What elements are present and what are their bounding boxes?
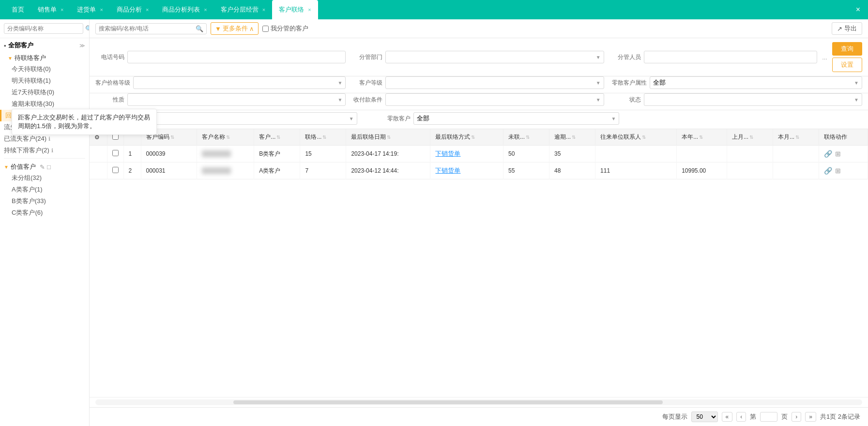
filter-gender: 性质 ▼ bbox=[95, 93, 346, 106]
nav-label-customer-tier: 客户分层经营 bbox=[221, 5, 259, 14]
query-button[interactable]: 查询 bbox=[832, 42, 862, 56]
action-link-icon-1[interactable]: 🔗 bbox=[824, 150, 832, 158]
status-select[interactable]: ▼ bbox=[644, 93, 862, 106]
dept-select[interactable]: ▼ bbox=[385, 51, 604, 63]
filter-search-icon[interactable]: 🔍 bbox=[196, 25, 203, 32]
settings-button[interactable]: 设置 bbox=[832, 58, 862, 72]
filter-more-conditions[interactable]: ▼ 更多条件 ∧ bbox=[211, 22, 259, 35]
nav-close-customer-contact[interactable]: × bbox=[308, 7, 311, 13]
cell-category-2: A类客户 bbox=[254, 162, 300, 179]
nav-item-analysis[interactable]: 商品分析 × bbox=[110, 0, 155, 19]
nav-item-analysis-list[interactable]: 商品分析列表 × bbox=[155, 0, 213, 19]
first-page-button[interactable]: « bbox=[722, 412, 733, 422]
staff-ellipsis[interactable]: ... bbox=[820, 54, 829, 61]
customer-grade-chevron-icon: ▼ bbox=[596, 80, 601, 86]
payment-select[interactable]: ▼ bbox=[385, 93, 604, 106]
retail-customer-select[interactable]: 全部 ▼ bbox=[413, 112, 620, 125]
sidebar-search-icon[interactable]: 🔍 bbox=[85, 25, 90, 32]
sidebar-item-class-b[interactable]: B类客户(33) bbox=[0, 195, 89, 207]
sidebar-item-declining[interactable]: 持续下滑客户(2) ℹ bbox=[0, 145, 89, 156]
my-customers-checkbox[interactable] bbox=[262, 26, 269, 32]
action-link-icon-2[interactable]: 🔗 bbox=[824, 167, 832, 175]
price-grade-select[interactable]: ▼ bbox=[133, 76, 346, 89]
col-customer-name: 客户名称⇅ bbox=[197, 129, 254, 146]
nav-close-customer-tier[interactable]: × bbox=[262, 7, 265, 13]
sidebar-item-class-a[interactable]: A类客户(1) bbox=[0, 184, 89, 195]
nav-close-sales[interactable]: × bbox=[61, 7, 63, 13]
filter-more-label: 更多条件 bbox=[223, 24, 248, 33]
sidebar-search-area: 🔍 bbox=[0, 19, 89, 38]
col-overdue: 逾期...⇅ bbox=[549, 129, 595, 146]
cell-last-type-1[interactable]: 下销货单 bbox=[430, 146, 503, 162]
customer-type-select[interactable]: ▼ bbox=[151, 112, 357, 125]
page-number-input[interactable]: 1 bbox=[760, 412, 777, 422]
row1-checkbox[interactable] bbox=[112, 150, 119, 156]
filter-payment: 收付款条件 ▼ bbox=[353, 93, 604, 106]
cell-this-year-2: 10995.00 bbox=[677, 162, 727, 179]
dept-chevron-icon: ▼ bbox=[596, 55, 601, 60]
col-this-month: 本月...⇅ bbox=[773, 129, 819, 146]
retail-attr-select[interactable]: 全部 ▼ bbox=[650, 76, 862, 89]
sidebar-item-7days[interactable]: 近7天待联络(0) bbox=[0, 87, 89, 98]
nav-close-analysis-list[interactable]: × bbox=[204, 7, 207, 13]
staff-label: 分管人员 bbox=[612, 53, 641, 61]
row-actions-1: 🔗 ⊞ bbox=[824, 150, 863, 158]
cell-contact-1: 15 bbox=[300, 146, 346, 162]
horizontal-scrollbar[interactable] bbox=[95, 399, 862, 405]
cell-settings-2 bbox=[90, 162, 107, 179]
my-customers-filter[interactable]: 我分管的客户 bbox=[262, 24, 308, 33]
gender-label: 性质 bbox=[95, 96, 124, 104]
scrollbar-thumb[interactable] bbox=[233, 400, 663, 404]
col-last-contact-type: 最后联络方式⇅ bbox=[430, 129, 503, 146]
sidebar-item-ungroup[interactable]: 未分组(32) bbox=[0, 172, 89, 184]
action-grid-icon-1[interactable]: ⊞ bbox=[835, 150, 841, 158]
close-all-button[interactable]: × bbox=[856, 5, 860, 14]
nav-close-analysis[interactable]: × bbox=[146, 7, 149, 13]
cell-contact-2: 7 bbox=[300, 162, 346, 179]
cell-code-2: 000031 bbox=[141, 162, 197, 179]
staff-input-wrap[interactable] bbox=[644, 51, 817, 63]
table-header-row: ⚙ 客户编码⇅ 客户名称⇅ 客户...⇅ 联络...⇅ 最后联络日期⇅ 最后联络… bbox=[90, 129, 868, 146]
row2-checkbox[interactable] bbox=[112, 167, 119, 173]
edit-icon[interactable]: ✎ bbox=[40, 163, 45, 171]
sidebar-search-input[interactable] bbox=[4, 23, 83, 34]
col-customer-category: 客户...⇅ bbox=[254, 129, 300, 146]
last-type-link-2[interactable]: 下销货单 bbox=[435, 167, 460, 174]
cell-checkbox-2[interactable] bbox=[107, 162, 123, 179]
export-button[interactable]: ↗ 导出 bbox=[832, 22, 862, 35]
col-action: 联络动作 bbox=[819, 129, 868, 146]
gender-select[interactable]: ▼ bbox=[127, 93, 346, 106]
customer-grade-select[interactable]: ▼ bbox=[385, 76, 604, 89]
status-label: 状态 bbox=[612, 96, 641, 104]
prev-page-button[interactable]: ‹ bbox=[736, 412, 746, 422]
per-page-select[interactable]: 50 20 100 bbox=[691, 411, 718, 422]
horizontal-scroll-area[interactable] bbox=[90, 397, 868, 407]
nav-item-sales[interactable]: 销售单 × bbox=[31, 0, 70, 19]
action-grid-icon-2[interactable]: ⊞ bbox=[835, 167, 841, 175]
cell-checkbox-1[interactable] bbox=[107, 146, 123, 162]
nav-item-customer-contact[interactable]: 客户联络 × bbox=[272, 0, 318, 19]
cell-num-2: 2 bbox=[123, 162, 141, 179]
cell-last-type-2[interactable]: 下销货单 bbox=[430, 162, 503, 179]
phone-input-wrap[interactable] bbox=[127, 51, 346, 63]
sidebar-item-today[interactable]: 今天待联络(0) bbox=[0, 63, 89, 75]
advanced-filter-row1: 电话号码 分管部门 ▼ 分管人员 ... 查询 设置 bbox=[90, 38, 868, 76]
nav-item-home[interactable]: 首页 bbox=[5, 0, 31, 19]
last-page-button[interactable]: » bbox=[805, 412, 816, 422]
sidebar-item-tomorrow[interactable]: 明天待联络(1) bbox=[0, 75, 89, 87]
filter-search-input[interactable] bbox=[99, 25, 196, 32]
edit2-icon[interactable]: □ bbox=[47, 163, 51, 171]
sidebar-group-pending[interactable]: ▼ 待联络客户 bbox=[0, 52, 89, 63]
cell-name-1: Ea bbox=[197, 146, 254, 162]
sidebar-item-overdue[interactable]: 逾期未联络(30) bbox=[0, 98, 89, 110]
last-type-link-1[interactable]: 下销货单 bbox=[435, 150, 460, 157]
next-page-button[interactable]: › bbox=[792, 412, 801, 422]
sidebar-value-group[interactable]: ▼ 价值客户 ✎ □ bbox=[0, 161, 89, 172]
sidebar-item-tomorrow-label: 明天待联络(1) bbox=[12, 76, 51, 85]
nav-item-purchase[interactable]: 进货单 × bbox=[70, 0, 109, 19]
sidebar-collapse-icon[interactable]: ≫ bbox=[79, 43, 85, 49]
nav-item-customer-tier[interactable]: 客户分层经营 × bbox=[214, 0, 272, 19]
nav-close-purchase[interactable]: × bbox=[100, 7, 103, 13]
sidebar-item-class-c[interactable]: C类客户(6) bbox=[0, 207, 89, 219]
dept-label: 分管部门 bbox=[353, 53, 382, 61]
